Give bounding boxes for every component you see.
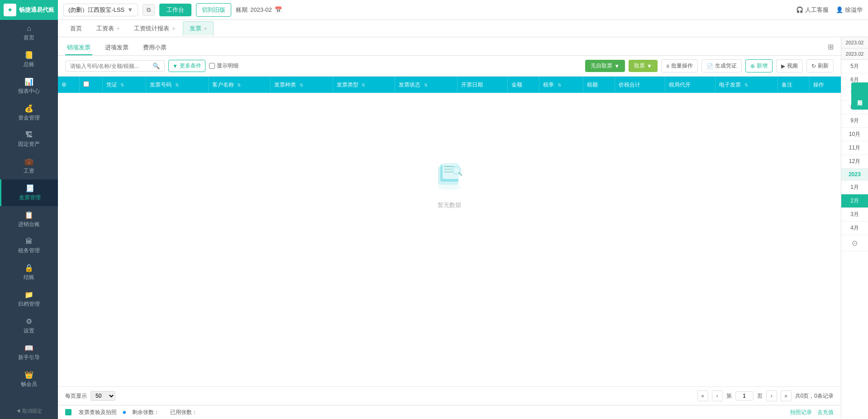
sidebar-item-label: 设置 [24,327,34,335]
first-page-button[interactable]: « [697,390,708,401]
sidebar-item-funds[interactable]: 💰 资金管理 [0,100,58,126]
switch-version-button[interactable]: 切到旧版 [196,3,231,17]
date-item-mar[interactable]: 3月 [841,208,868,222]
sidebar-item-archive[interactable]: 📁 归档管理 [0,286,58,313]
fixed-assets-icon: 🏗 [25,131,33,139]
gear-icon: ⚙ [26,317,32,326]
sidebar-item-label: 进销台账 [18,221,40,228]
sidebar-item-settings[interactable]: ⚙ 设置 [0,313,58,339]
user-profile-btn[interactable]: 👤 徐溢华 [836,6,863,14]
select-all-checkbox[interactable] [83,81,89,87]
date-item-11[interactable]: 11月 [841,141,868,155]
col-voucher: 凭证 ⇅ [102,77,146,93]
video-button[interactable]: ▶ 视频 [776,59,803,72]
sidebar-item-label: 归档管理 [18,300,40,308]
sidebar-item-member[interactable]: 👑 畅会员 [0,366,58,393]
svg-point-0 [438,184,461,190]
tab-payroll-table-close[interactable]: × [117,26,119,31]
svg-rect-6 [444,171,453,173]
date-panel-bottom-btn[interactable]: ⊙ [841,235,868,251]
sidebar-item-fixed-assets[interactable]: 🏗 固定资产 [0,126,58,153]
recharge-link[interactable]: 去充值 [817,409,834,416]
invoices-icon: 🧾 [25,184,34,193]
tab-invoices-close[interactable]: × [204,26,207,31]
sidebar-toggle[interactable]: ◀ 取消固定 [0,403,58,419]
company-selector[interactable]: (勿删）江西股宝-LSS ▼ [63,4,138,16]
no-ticket-button[interactable]: 无自取票 ▼ [585,60,625,72]
col-checkbox[interactable] [79,77,102,93]
tab-invoices[interactable]: 发票 × [183,21,214,36]
date-item-5[interactable]: 5月 [841,60,868,73]
subtab-purchase-invoice[interactable]: 进项发票 [103,41,130,55]
verify-label: 发票查验及拍照 [79,409,117,416]
prev-page-button[interactable]: ‹ [712,390,723,401]
page-size-select[interactable]: 50 10 20 100 [91,391,115,401]
photo-records-link[interactable]: 拍照记录 [790,409,812,416]
used-label: 已用张数： [170,409,197,416]
member-icon: 👑 [24,371,33,379]
open-period-button[interactable]: 开票日期 [851,82,868,110]
sidebar-item-invoices[interactable]: 🧾 发票管理 [0,179,58,206]
ticket-button[interactable]: 取票 ▼ [629,60,658,72]
col-tax-total: 价税合计 [615,77,665,93]
page-number-input[interactable] [735,391,754,400]
subtab-sales-invoice[interactable]: 销项发票 [65,41,92,55]
col-e-invoice: 电子发票 ⇅ [715,77,778,93]
tab-payroll-stats-close[interactable]: × [172,26,175,31]
tab-payroll-stats[interactable]: 工资统计报表 × [127,21,181,36]
date-item-9[interactable]: 9月 [841,114,868,128]
date-panel-header-1: 2023.02 [841,37,868,48]
headset-icon: 🎧 [796,6,803,13]
date-item-10[interactable]: 10月 [841,128,868,141]
guide-icon: 📖 [24,344,33,352]
new-button[interactable]: ⊕ 新增 [745,59,773,72]
grid-view-icon[interactable]: ⊞ [828,43,834,51]
sidebar-item-home[interactable]: ⌂ 首页 [0,20,58,46]
batch-operation-button[interactable]: ≡ 批量操作 [661,59,698,72]
col-invoice-type: 发票种类 ⇅ [271,77,333,93]
generate-voucher-button[interactable]: 📄 生成凭证 [701,59,742,72]
sidebar-item-sales[interactable]: 📋 进销台账 [0,206,58,233]
subtab-expense-receipt[interactable]: 费用小票 [141,41,168,55]
date-item-jan[interactable]: 1月 [841,181,868,194]
next-page-button[interactable]: › [766,390,777,401]
col-customer: 客户名称 ⇅ [208,77,271,93]
sidebar-item-label: 发票管理 [19,194,41,202]
sidebar-item-reports[interactable]: 📊 报表中心 [0,73,58,100]
sidebar-item-payroll[interactable]: 💼 工资 [0,153,58,179]
workspace-button[interactable]: 工作台 [159,4,191,16]
refresh-button[interactable]: ↻ 刷新 [806,59,834,72]
filter-icon: ▼ [172,63,178,69]
filter-button[interactable]: ▼ 更多条件 [168,60,205,72]
video-icon: ▶ [781,63,785,69]
sidebar-item-tax[interactable]: 🏛 税务管理 [0,233,58,259]
empty-illustration [431,158,467,194]
sidebar-item-label: 新手引导 [18,354,40,361]
copy-icon[interactable]: ⧉ [143,4,155,16]
tab-home[interactable]: 首页 [63,21,89,36]
sidebar-item-close[interactable]: 🔒 结账 [0,259,58,286]
search-input[interactable] [70,63,150,69]
company-name: (勿删）江西股宝-LSS [68,6,124,14]
table-header-row: ⚙ 凭证 ⇅ 发票号码 ⇅ 客户名称 [58,77,841,93]
sidebar-item-label: 税务管理 [18,247,40,255]
customer-service-btn[interactable]: 🎧 人工客服 [796,6,829,14]
col-tax-rate: 税率 ⇅ [539,77,583,93]
show-detail-checkbox[interactable]: 显示明细 [209,62,238,70]
main-area: (勿删）江西股宝-LSS ▼ ⧉ 工作台 切到旧版 账期 2023-02 📅 🎧… [58,0,868,419]
tab-payroll-table[interactable]: 工资表 × [90,21,126,36]
col-settings[interactable]: ⚙ [58,77,79,93]
col-amount: 金额 [508,77,539,93]
archive-icon: 📁 [24,290,33,299]
main-content: 销项发票 进项发票 费用小票 ⊞ 🔍 ▼ [58,37,841,419]
sidebar-item-guide[interactable]: 📖 新手引导 [0,339,58,366]
date-item-feb[interactable]: 2月 [841,194,868,208]
sidebar-item-ledger[interactable]: 📒 总账 [0,46,58,73]
date-item-12[interactable]: 12月 [841,155,868,169]
date-item-apr[interactable]: 4月 [841,222,868,235]
plus-icon: ⊕ [750,63,755,69]
search-box[interactable]: 🔍 [65,60,165,72]
page-unit: 页 [757,392,763,400]
show-detail-input[interactable] [209,63,215,69]
last-page-button[interactable]: » [781,390,792,401]
